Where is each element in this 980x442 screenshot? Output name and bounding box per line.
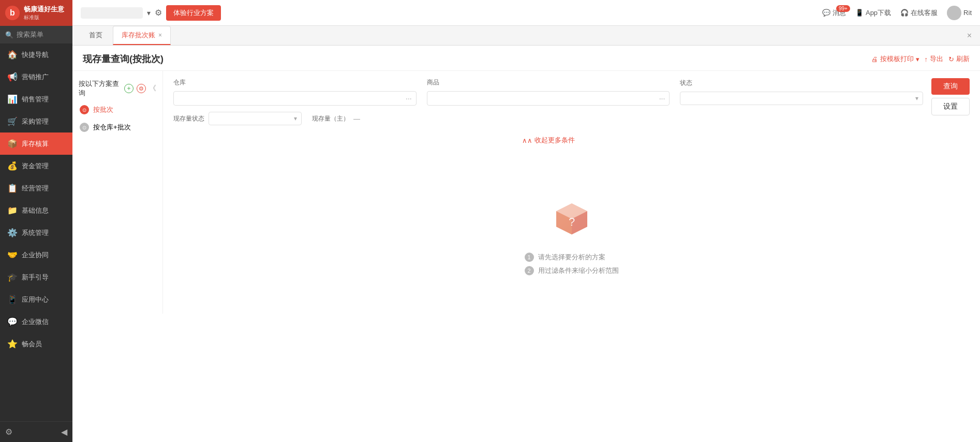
inventory-amount-range: —: [353, 115, 360, 123]
collapse-sidebar-icon[interactable]: ◀: [61, 427, 67, 437]
sidebar-item-finance[interactable]: 💰 资金管理: [0, 155, 72, 177]
nav-label: 应用中心: [22, 295, 49, 304]
sidebar-item-member[interactable]: ⭐ 畅会员: [0, 333, 72, 355]
print-icon: 🖨: [871, 55, 878, 63]
product-label: 商品: [427, 78, 670, 87]
query-btn[interactable]: 查询: [931, 78, 970, 95]
svg-text:?: ?: [568, 215, 574, 228]
nav-icon: 💬: [7, 317, 18, 327]
chevron-up-icon: ∧∧: [522, 137, 532, 144]
warehouse-input[interactable]: [178, 95, 406, 102]
warehouse-dots-btn[interactable]: ···: [406, 94, 412, 102]
warehouse-input-wrap[interactable]: ···: [173, 91, 417, 106]
filter-field-inventory-amount: 现存量（主） —: [312, 114, 360, 123]
nav-icon: 💰: [7, 161, 18, 171]
nav-icon: 📋: [7, 183, 18, 193]
sidebar-item-operations[interactable]: 📋 经营管理: [0, 177, 72, 199]
sidebar-item-system[interactable]: ⚙️ 系统管理: [0, 222, 72, 244]
filter-row-1: 仓库 ··· 商品 ···: [173, 78, 923, 106]
tabs-bar: 首页 库存批次账 × ×: [72, 26, 980, 46]
user-avatar[interactable]: Rit: [947, 6, 972, 20]
sidebar-header: b 畅康通好生意 标准版: [0, 0, 72, 26]
sidebar-item-newbie[interactable]: 🎓 新手引导: [0, 266, 72, 288]
nav-label: 销售管理: [22, 95, 49, 104]
breadcrumb-dropdown-btn[interactable]: ▾: [147, 9, 151, 17]
status-select[interactable]: ▾: [680, 92, 923, 105]
nav-icon: 📱: [7, 294, 18, 304]
nav-icon: 📁: [7, 205, 18, 215]
filter-option-label: 按批次: [93, 105, 113, 114]
filter-sidebar: 按以下方案查询 + ⚙ 《 ⊙ 按批次 ⊙ 按仓库+批次: [72, 71, 163, 314]
product-input-wrap[interactable]: ···: [427, 91, 670, 106]
tip-text-1: 请先选择要分析的方案: [538, 253, 605, 262]
range-dash: —: [353, 115, 360, 123]
filter-field-status: 状态 ▾: [680, 79, 923, 105]
sidebar-item-quick-nav[interactable]: 🏠 快捷导航: [0, 43, 72, 66]
nav-label: 新手引导: [22, 273, 49, 282]
filter-main: 仓库 ··· 商品 ···: [163, 71, 980, 314]
filter-panel: 按以下方案查询 + ⚙ 《 ⊙ 按批次 ⊙ 按仓库+批次: [72, 71, 980, 314]
nav-label: 基础信息: [22, 206, 49, 215]
sidebar-search[interactable]: 🔍 搜索菜单: [0, 26, 72, 43]
sidebar-item-inventory[interactable]: 📦 库存核算: [0, 132, 72, 155]
nav-label: 经营管理: [22, 184, 49, 193]
print-btn[interactable]: 🖨 按模板打印 ▾: [871, 54, 919, 64]
sidebar-brand: 畅康通好生意 标准版: [24, 5, 64, 21]
empty-tip-2: 2 用过滤条件来缩小分析范围: [525, 266, 619, 275]
messages-btn[interactable]: 💬 消息 99+: [822, 8, 846, 18]
nav-label: 采购管理: [22, 117, 49, 126]
product-input[interactable]: [432, 95, 659, 102]
filter-collapse-btn[interactable]: 《: [149, 84, 156, 93]
export-btn[interactable]: ↑ 导出: [925, 54, 944, 64]
empty-tip-1: 1 请先选择要分析的方案: [525, 253, 619, 262]
nav-icon: ⚙️: [7, 228, 18, 238]
empty-tips: 1 请先选择要分析的方案 2 用过滤条件来缩小分析范围: [525, 253, 619, 275]
nav-label: 系统管理: [22, 228, 49, 238]
online-service-btn[interactable]: 🎧 在线客服: [900, 8, 938, 18]
filter-row-2: 现存量状态 ▾ 现存量（主） —: [173, 112, 923, 125]
nav-label: 畅会员: [22, 340, 42, 349]
empty-state: ? 1 请先选择要分析的方案 2 用过滤条件来缩小分析范围: [173, 149, 970, 306]
search-icon: 🔍: [5, 31, 13, 39]
settings-icon[interactable]: ⚙: [5, 427, 12, 437]
phone-icon: 📱: [855, 9, 864, 17]
filter-collapse-row[interactable]: ∧∧ 收起更多条件: [173, 131, 923, 149]
breadcrumb-input[interactable]: [81, 7, 143, 19]
app-download-btn[interactable]: 📱 App下载: [855, 8, 891, 18]
tip-text-2: 用过滤条件来缩小分析范围: [538, 266, 619, 275]
sidebar-item-marketing[interactable]: 📢 营销推广: [0, 66, 72, 88]
tab-inventory-batch[interactable]: 库存批次账 ×: [113, 26, 171, 45]
sidebar-item-app-center[interactable]: 📱 应用中心: [0, 288, 72, 311]
sidebar-item-basic-info[interactable]: 📁 基础信息: [0, 199, 72, 222]
tab-close-btn[interactable]: ×: [158, 32, 162, 39]
nav-icon: 🏠: [7, 50, 18, 60]
inventory-status-dropdown-icon: ▾: [294, 115, 297, 122]
filter-option-by-batch[interactable]: ⊙ 按批次: [72, 101, 162, 119]
tabs-bar-close-btn[interactable]: ×: [967, 31, 972, 40]
tab-home[interactable]: 首页: [81, 26, 111, 45]
settings-btn[interactable]: 设置: [931, 98, 970, 115]
inventory-status-select[interactable]: ▾: [209, 112, 302, 125]
brand-sub: 标准版: [24, 14, 64, 21]
empty-state-icon: ?: [546, 190, 598, 242]
scheme-settings-btn[interactable]: ⚙: [137, 84, 146, 93]
filter-option-by-warehouse-batch[interactable]: ⊙ 按仓库+批次: [72, 119, 162, 136]
sidebar-item-purchase[interactable]: 🛒 采购管理: [0, 110, 72, 132]
product-dots-btn[interactable]: ···: [659, 94, 665, 102]
nav-label: 营销推广: [22, 72, 49, 82]
sidebar-bottom: ⚙ ◀: [0, 421, 72, 442]
sidebar-item-sales[interactable]: 📊 销售管理: [0, 88, 72, 110]
app-logo: b: [5, 6, 20, 20]
sidebar-item-enterprise-wx[interactable]: 💬 企业微信: [0, 311, 72, 333]
add-scheme-btn[interactable]: +: [124, 84, 133, 93]
online-service-label: 在线客服: [911, 8, 938, 18]
sidebar-item-enterprise[interactable]: 🤝 企业协同: [0, 244, 72, 266]
topbar-right: 💬 消息 99+ 📱 App下载 🎧 在线客服 Rit: [822, 6, 972, 20]
filter-field-inventory-status: 现存量状态 ▾: [173, 112, 302, 125]
trial-btn[interactable]: 体验行业方案: [166, 5, 221, 21]
status-dropdown-icon: ▾: [915, 95, 918, 102]
nav-label: 库存核算: [22, 139, 49, 149]
topbar-left: ▾ ⚙ 体验行业方案: [81, 5, 817, 21]
topbar-gear-btn[interactable]: ⚙: [155, 8, 162, 18]
refresh-btn[interactable]: ↻ 刷新: [948, 54, 970, 64]
